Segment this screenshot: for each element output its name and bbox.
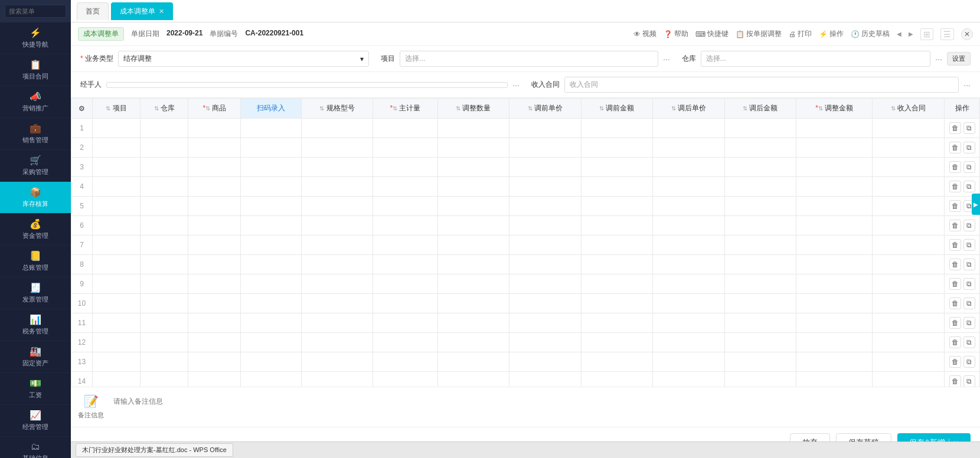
cell-14-7[interactable] — [509, 372, 582, 387]
cell-13-9[interactable] — [653, 352, 725, 372]
cell-9-4[interactable] — [301, 274, 373, 294]
tab-close-cost-adjust[interactable]: ✕ — [159, 8, 164, 15]
cell-14-12[interactable] — [873, 372, 945, 387]
cell-1-12[interactable] — [873, 119, 945, 138]
cell-8-4[interactable] — [301, 255, 373, 274]
tab-cost-adjust[interactable]: 成本调整单✕ — [111, 2, 173, 20]
cell-11-4[interactable] — [301, 313, 373, 333]
cell-2-11[interactable] — [796, 138, 873, 158]
cell-5-12[interactable] — [873, 197, 945, 216]
cell-3-10[interactable] — [724, 158, 796, 177]
cell-10-3[interactable] — [241, 294, 301, 313]
cell-6-5[interactable] — [373, 216, 437, 235]
cell-4-1[interactable] — [141, 177, 188, 197]
cell-1-4[interactable] — [301, 119, 373, 138]
cell-6-8[interactable] — [581, 216, 653, 235]
cell-1-6[interactable] — [437, 119, 509, 138]
cell-11-8[interactable] — [581, 313, 653, 333]
cell-10-0[interactable] — [93, 294, 141, 313]
sidebar-item-invoice-mgmt[interactable]: 🧾 发票管理 — [0, 277, 71, 309]
cell-10-1[interactable] — [141, 294, 188, 313]
settings-btn[interactable]: 设置 — [947, 52, 971, 66]
cell-11-2[interactable] — [188, 313, 241, 333]
cell-14-8[interactable] — [581, 372, 653, 387]
sidebar-item-salary[interactable]: 💵 工资 — [0, 373, 71, 405]
cell-6-0[interactable] — [93, 216, 141, 235]
cell-5-4[interactable] — [301, 197, 373, 216]
sidebar-item-basic-info[interactable]: 🗂 基础信息 — [0, 437, 71, 458]
cell-6-11[interactable] — [796, 216, 873, 235]
cell-4-4[interactable] — [301, 177, 373, 197]
cell-13-10[interactable] — [724, 352, 796, 372]
cell-13-7[interactable] — [509, 352, 582, 372]
delete-icon-8[interactable]: 🗑 — [949, 259, 961, 270]
cell-2-6[interactable] — [437, 138, 509, 158]
cell-11-5[interactable] — [373, 313, 437, 333]
copy-icon-7[interactable]: ⧉ — [963, 239, 975, 251]
cell-5-7[interactable] — [509, 197, 582, 216]
review-link[interactable]: 📋 按单据调整 — [736, 29, 782, 39]
cell-9-2[interactable] — [188, 274, 241, 294]
cell-5-9[interactable] — [653, 197, 725, 216]
cell-6-2[interactable] — [188, 216, 241, 235]
col-settings[interactable]: ⚙ — [71, 99, 93, 119]
cell-4-10[interactable] — [724, 177, 796, 197]
cell-3-8[interactable] — [581, 158, 653, 177]
cell-14-6[interactable] — [437, 372, 509, 387]
cell-13-2[interactable] — [188, 352, 241, 372]
sidebar-item-ledger-mgmt[interactable]: 📒 总账管理 — [0, 246, 71, 277]
sidebar-item-sales-mgmt[interactable]: 💼 销售管理 — [0, 118, 71, 150]
cell-3-0[interactable] — [93, 158, 141, 177]
delete-icon-5[interactable]: 🗑 — [949, 200, 961, 212]
sidebar-item-tax-mgmt[interactable]: 📊 税务管理 — [0, 309, 71, 341]
cell-11-1[interactable] — [141, 313, 188, 333]
cell-12-4[interactable] — [301, 333, 373, 352]
tab-home[interactable]: 首页 — [77, 2, 109, 20]
cell-8-11[interactable] — [796, 255, 873, 274]
cell-11-0[interactable] — [93, 313, 141, 333]
cell-2-9[interactable] — [653, 138, 725, 158]
cell-12-6[interactable] — [437, 333, 509, 352]
cell-12-12[interactable] — [873, 333, 945, 352]
cell-3-6[interactable] — [437, 158, 509, 177]
cell-12-3[interactable] — [241, 333, 301, 352]
sidebar-item-fixed-assets[interactable]: 🏭 固定资产 — [0, 341, 71, 373]
cell-14-3[interactable] — [241, 372, 301, 387]
cell-1-0[interactable] — [93, 119, 141, 138]
cell-1-3[interactable] — [241, 119, 301, 138]
cell-9-5[interactable] — [373, 274, 437, 294]
cell-13-1[interactable] — [141, 352, 188, 372]
copy-icon-12[interactable]: ⧉ — [963, 336, 975, 348]
delete-icon-12[interactable]: 🗑 — [949, 336, 961, 348]
cell-13-4[interactable] — [301, 352, 373, 372]
cell-7-10[interactable] — [724, 235, 796, 255]
cell-8-8[interactable] — [581, 255, 653, 274]
delete-icon-10[interactable]: 🗑 — [949, 297, 961, 309]
warehouse-dots-icon[interactable]: ··· — [935, 54, 942, 64]
operate-link[interactable]: ⚡ 操作 — [819, 29, 844, 39]
cell-2-12[interactable] — [873, 138, 945, 158]
cell-6-12[interactable] — [873, 216, 945, 235]
cell-10-10[interactable] — [724, 294, 796, 313]
cell-1-9[interactable] — [653, 119, 725, 138]
cell-2-5[interactable] — [373, 138, 437, 158]
cell-5-6[interactable] — [437, 197, 509, 216]
cell-10-4[interactable] — [301, 294, 373, 313]
cell-2-4[interactable] — [301, 138, 373, 158]
cell-10-8[interactable] — [581, 294, 653, 313]
cell-7-3[interactable] — [241, 235, 301, 255]
cell-14-1[interactable] — [141, 372, 188, 387]
cell-5-8[interactable] — [581, 197, 653, 216]
cell-8-1[interactable] — [141, 255, 188, 274]
cell-8-9[interactable] — [653, 255, 725, 274]
copy-icon-8[interactable]: ⧉ — [963, 259, 975, 270]
project-select[interactable]: 选择... — [400, 51, 658, 67]
sidebar-item-fund-mgmt[interactable]: 💰 资金管理 — [0, 214, 71, 246]
cell-9-12[interactable] — [873, 274, 945, 294]
cell-4-12[interactable] — [873, 177, 945, 197]
cell-12-1[interactable] — [141, 333, 188, 352]
handler-dots-icon[interactable]: ··· — [512, 80, 520, 90]
nav-next-icon[interactable]: ▶ — [909, 31, 913, 37]
cell-2-7[interactable] — [509, 138, 582, 158]
cell-8-0[interactable] — [93, 255, 141, 274]
